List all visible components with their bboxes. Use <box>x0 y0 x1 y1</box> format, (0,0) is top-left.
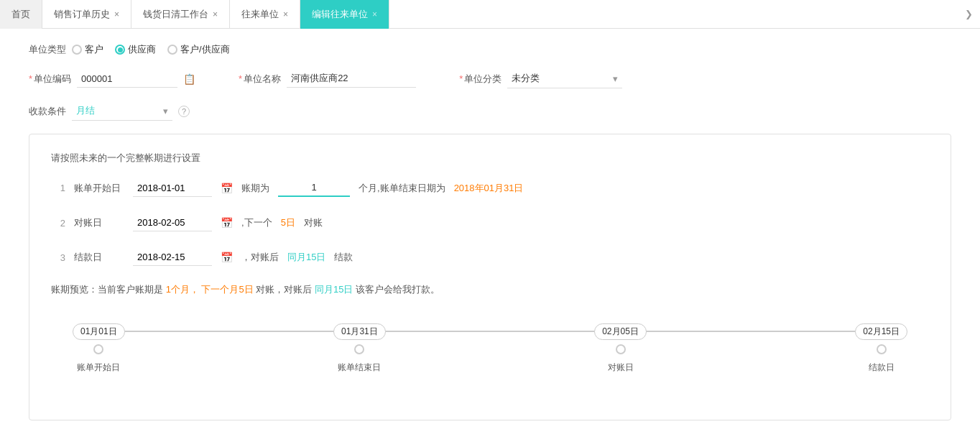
calendar-icon-3[interactable]: 📅 <box>221 252 233 263</box>
node-date-0: 01月01日 <box>73 323 125 340</box>
setting-row-2: 2 对账日 📅 ,下一个 5日 对账 <box>51 214 929 231</box>
chevron-down-icon: ▾ <box>163 106 168 116</box>
row-num-1: 1 <box>51 183 65 193</box>
preview-text: 账期预览：当前客户账期是 1个月， 下一个月5日 对账，对账后 同月15日 该客… <box>51 283 929 296</box>
timeline-node-2: 02月05日 对账日 <box>594 323 647 374</box>
node-dot-1 <box>354 344 364 354</box>
row-label-2: 对账日 <box>74 216 124 229</box>
setting-row-1: 1 账单开始日 📅 账期为 个月,账单结束日期为 2018年01月31日 <box>51 179 929 197</box>
timeline-node-0: 01月01日 账单开始日 <box>73 323 125 374</box>
radio-supplier[interactable]: 供应商 <box>115 43 156 56</box>
row-label-3: 结款日 <box>74 251 124 264</box>
node-label-0: 账单开始日 <box>77 362 120 374</box>
node-dot-0 <box>93 344 103 354</box>
radio-both[interactable]: 客户/供应商 <box>167 43 230 56</box>
panel-title: 请按照未来的一个完整帐期进行设置 <box>51 152 929 165</box>
payment-desc-suffix: 结款 <box>334 251 353 264</box>
radio-icon-both <box>167 45 177 55</box>
unit-code-input[interactable] <box>77 70 177 88</box>
node-label-3: 结款日 <box>869 362 895 374</box>
tab-home[interactable]: 首页 <box>0 0 42 29</box>
row-num-3: 3 <box>51 252 65 263</box>
unit-category-field: *单位分类 未分类 ▾ <box>459 69 622 88</box>
radio-icon-customer <box>72 45 82 55</box>
unit-code-label: *单位编码 <box>29 73 71 86</box>
close-icon[interactable]: × <box>213 9 218 19</box>
main-content: 单位类型 客户 供应商 客户/供应商 *单位编码 <box>0 29 980 437</box>
unit-name-input[interactable] <box>287 70 416 88</box>
tab-cash-work[interactable]: 钱货日清工作台 × <box>131 0 230 29</box>
reconcile-desc-suffix: 对账 <box>304 216 323 229</box>
tab-edit-partner[interactable]: 编辑往来单位 × <box>300 0 389 29</box>
unit-name-label: *单位名称 <box>239 73 281 86</box>
tab-partner-units[interactable]: 往来单位 × <box>230 0 300 29</box>
payment-highlight: 同月15日 <box>287 251 325 264</box>
payment-terms-field: 收款条件 月结 ▾ ? <box>29 101 190 121</box>
unit-category-label: *单位分类 <box>459 73 501 86</box>
unit-name-field: *单位名称 <box>239 70 416 88</box>
unit-category-value: 未分类 <box>512 72 540 85</box>
tab-more-arrow[interactable]: ❯ <box>958 0 980 28</box>
reconcile-highlight: 5日 <box>281 216 295 229</box>
payment-date-input[interactable] <box>133 249 212 266</box>
payment-terms-row: 收款条件 月结 ▾ ? <box>29 101 951 121</box>
tab-sales-history[interactable]: 销售订单历史 × <box>42 0 131 29</box>
timeline-node-3: 02月15日 结款日 <box>855 323 907 374</box>
chevron-down-icon: ▾ <box>613 73 618 84</box>
node-dot-2 <box>616 344 626 354</box>
node-label-2: 对账日 <box>608 362 634 374</box>
node-date-1: 01月31日 <box>333 323 386 340</box>
payment-terms-value: 月结 <box>76 104 95 117</box>
copy-icon[interactable]: 📋 <box>183 73 195 85</box>
unit-type-field: 单位类型 客户 供应商 客户/供应商 <box>29 43 230 56</box>
settings-panel: 请按照未来的一个完整帐期进行设置 1 账单开始日 📅 账期为 个月,账单结束日期… <box>29 134 951 420</box>
timeline-nodes: 01月01日 账单开始日 01月31日 账单结束日 02月05日 对账日 02月… <box>73 323 907 374</box>
reconcile-date-input[interactable] <box>133 214 212 231</box>
period-unit-text: 个月,账单结束日期为 <box>359 182 445 195</box>
timeline-node-1: 01月31日 账单结束日 <box>333 323 386 374</box>
node-date-2: 02月05日 <box>594 323 647 340</box>
row-label-1: 账单开始日 <box>74 182 124 195</box>
unit-category-select[interactable]: 未分类 ▾ <box>507 69 622 88</box>
start-date-input[interactable] <box>133 180 212 197</box>
row-num-2: 2 <box>51 218 65 229</box>
node-date-3: 02月15日 <box>855 323 907 340</box>
calendar-icon-2[interactable]: 📅 <box>221 217 233 229</box>
close-icon[interactable]: × <box>372 9 377 19</box>
timeline: 01月01日 账单开始日 01月31日 账单结束日 02月05日 对账日 02月… <box>51 316 929 402</box>
radio-customer[interactable]: 客户 <box>72 43 103 56</box>
close-icon[interactable]: × <box>283 9 288 19</box>
help-icon[interactable]: ? <box>178 106 190 117</box>
period-label: 账期为 <box>241 182 269 195</box>
payment-desc-prefix: ，对账后 <box>241 251 279 264</box>
tab-bar: 首页 销售订单历史 × 钱货日清工作台 × 往来单位 × 编辑往来单位 × ❯ <box>0 0 980 29</box>
unit-code-field: *单位编码 📋 <box>29 70 195 88</box>
unit-type-radio-group: 客户 供应商 客户/供应商 <box>72 43 230 56</box>
unit-type-label: 单位类型 <box>29 43 66 56</box>
reconcile-desc-prefix: ,下一个 <box>241 216 272 229</box>
node-label-1: 账单结束日 <box>338 362 381 374</box>
unit-info-row: *单位编码 📋 *单位名称 *单位分类 未分类 ▾ <box>29 69 951 88</box>
close-icon[interactable]: × <box>114 9 119 19</box>
setting-row-3: 3 结款日 📅 ，对账后 同月15日 结款 <box>51 249 929 266</box>
node-dot-3 <box>877 344 887 354</box>
period-end-date: 2018年01月31日 <box>454 182 524 195</box>
calendar-icon-1[interactable]: 📅 <box>221 183 233 194</box>
payment-terms-label: 收款条件 <box>29 105 66 118</box>
period-input[interactable] <box>278 179 350 197</box>
radio-icon-supplier <box>115 45 125 55</box>
unit-type-row: 单位类型 客户 供应商 客户/供应商 <box>29 43 951 56</box>
payment-terms-select[interactable]: 月结 ▾ <box>72 101 172 121</box>
